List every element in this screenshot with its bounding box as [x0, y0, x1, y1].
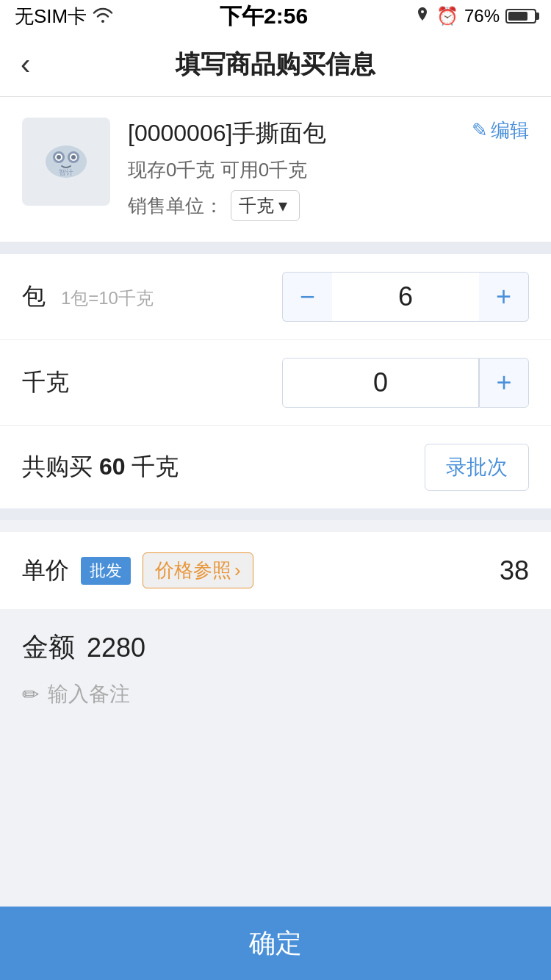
package-increase-button[interactable]: + [479, 272, 529, 322]
price-value: 38 [500, 555, 529, 586]
confirm-button[interactable]: 确定 [249, 926, 302, 962]
product-name: [0000006]手撕面包 [128, 118, 326, 150]
product-stock: 现存0千克 可用0千克 [128, 157, 529, 183]
dropdown-icon: ▾ [278, 195, 287, 216]
product-image: 智计 [22, 118, 110, 206]
product-unit: 销售单位： 千克 ▾ [128, 190, 529, 221]
status-time: 下午2:56 [220, 1, 308, 32]
product-logo: 智计 [43, 138, 90, 186]
separator-1 [0, 242, 551, 254]
status-carrier: 无SIM卡 [15, 4, 113, 29]
product-info: [0000006]手撕面包 ✎ 编辑 现存0千克 可用0千克 销售单位： 千克 … [128, 118, 529, 221]
status-right: ⏰ 76% [414, 6, 536, 26]
package-qty-input[interactable] [332, 272, 479, 322]
spacer [0, 723, 551, 907]
edit-icon: ✎ [472, 119, 488, 142]
price-label: 单价 [22, 555, 69, 587]
amount-section: 金额 2280 ✏ 输入备注 [0, 609, 551, 723]
remark-placeholder: 输入备注 [48, 680, 130, 708]
back-button[interactable]: ‹ [21, 48, 30, 81]
remark-row[interactable]: ✏ 输入备注 [22, 680, 529, 723]
kg-qty-control: + [282, 358, 529, 408]
confirm-bar[interactable]: 确定 [0, 907, 551, 980]
input-section: 包 1包=10千克 − + 千克 + [0, 254, 551, 426]
product-header: [0000006]手撕面包 ✎ 编辑 [128, 118, 529, 157]
total-text: 共购买 60 千克 [22, 451, 179, 483]
svg-point-5 [57, 155, 61, 159]
amount-row: 金额 2280 [22, 630, 529, 666]
pencil-icon: ✏ [22, 682, 39, 707]
package-qty-control: − + [282, 272, 529, 322]
price-ref-button[interactable]: 价格参照 › [143, 552, 253, 588]
status-bar: 无SIM卡 下午2:56 ⏰ 76% [0, 0, 551, 32]
kg-qty-input[interactable] [282, 358, 479, 408]
alarm-icon: ⏰ [436, 6, 458, 26]
svg-text:智计: 智计 [59, 168, 73, 176]
nav-bar: ‹ 填写商品购买信息 [0, 32, 551, 97]
kg-input-row: 千克 + [0, 340, 551, 426]
kg-increase-button[interactable]: + [479, 358, 529, 408]
batch-button[interactable]: 录批次 [425, 444, 529, 491]
wifi-icon [93, 5, 113, 28]
product-card: 智计 [0000006]手撕面包 ✎ 编辑 现存0千克 可用0千克 销售单位： … [0, 97, 551, 242]
price-tag: 批发 [81, 557, 131, 585]
price-row: 单价 批发 价格参照 › 38 [22, 552, 529, 588]
amount-value: 2280 [87, 633, 145, 663]
package-hint: 1包=10千克 [61, 288, 154, 308]
package-decrease-button[interactable]: − [282, 272, 332, 322]
kg-label: 千克 [22, 367, 282, 399]
package-input-row: 包 1包=10千克 − + [0, 254, 551, 340]
package-label: 包 1包=10千克 [22, 281, 282, 313]
unit-select[interactable]: 千克 ▾ [231, 190, 300, 221]
edit-button[interactable]: ✎ 编辑 [472, 118, 529, 143]
svg-point-6 [71, 155, 76, 159]
page-title: 填写商品购买信息 [176, 48, 375, 82]
price-section: 单价 批发 价格参照 › 38 [0, 532, 551, 609]
amount-label: 金额 [22, 630, 75, 666]
separator-2 [0, 508, 551, 520]
battery-indicator [505, 9, 536, 24]
total-row: 共购买 60 千克 录批次 [0, 426, 551, 508]
location-icon [414, 6, 431, 26]
chevron-right-icon: › [234, 559, 241, 582]
